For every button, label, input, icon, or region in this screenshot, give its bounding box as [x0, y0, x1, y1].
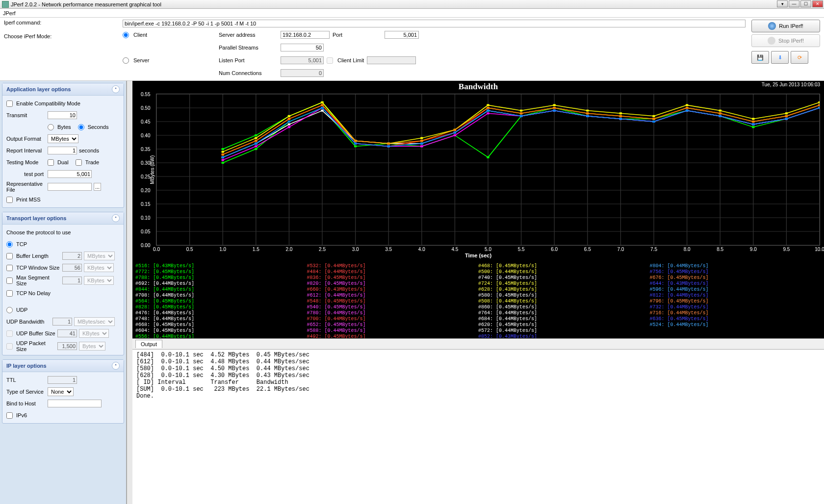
- legend-item: #596: [0.44MBytes/s]: [650, 287, 822, 293]
- label-choose-proto: Choose the protocol to use: [6, 229, 71, 235]
- checkbox-compat[interactable]: [6, 101, 13, 107]
- checkbox-trade[interactable]: [76, 159, 82, 166]
- rep-file-input[interactable]: [48, 183, 92, 191]
- label-iperf-command: Iperf command:: [4, 20, 41, 25]
- window-minimize-extra[interactable]: ▾: [777, 0, 788, 7]
- radio-seconds[interactable]: [78, 124, 84, 130]
- svg-rect-155: [487, 110, 489, 112]
- bind-input[interactable]: [48, 400, 102, 407]
- checkbox-ipv6[interactable]: [6, 412, 13, 419]
- port-input[interactable]: [385, 31, 419, 39]
- radio-tcp[interactable]: [6, 241, 13, 248]
- checkbox-udppkt: [6, 343, 13, 350]
- label-bytes: Bytes: [57, 124, 71, 130]
- window-title: JPerf 2.0.2 - Network performance measur…: [11, 1, 161, 7]
- run-iperf-button[interactable]: Run IPerf!: [751, 20, 820, 32]
- save-icon-button[interactable]: 💾: [751, 51, 769, 64]
- svg-rect-166: [222, 153, 224, 155]
- legend-item: #548: [0.45MBytes/s]: [307, 299, 479, 304]
- tos-select[interactable]: None: [48, 387, 74, 396]
- svg-rect-145: [785, 112, 788, 114]
- menubar[interactable]: JPerf: [0, 9, 824, 18]
- refresh-icon: ⟳: [798, 54, 802, 61]
- legend-item: #860: [0.45MBytes/s]: [478, 304, 650, 310]
- run-icon: [768, 22, 776, 30]
- svg-rect-110: [255, 145, 257, 147]
- legend-item: #500: [0.44MBytes/s]: [478, 269, 650, 275]
- svg-rect-167: [255, 140, 257, 142]
- legend-item: #684: [0.44MBytes/s]: [478, 316, 650, 322]
- output-tab[interactable]: Output: [135, 340, 162, 348]
- svg-rect-181: [719, 112, 721, 114]
- iperf-command-input[interactable]: [123, 20, 746, 27]
- checkbox-printmss[interactable]: [6, 197, 13, 203]
- sidebar-scrollbar[interactable]: [127, 81, 132, 504]
- svg-rect-56: [354, 145, 357, 147]
- radio-bytes[interactable]: [48, 124, 54, 130]
- svg-rect-117: [487, 112, 489, 114]
- svg-rect-169: [321, 104, 323, 106]
- output-text[interactable]: [484] 0.0-10.1 sec 4.52 MBytes 0.45 MByt…: [132, 350, 824, 504]
- svg-rect-150: [321, 107, 323, 109]
- label-tport: test port: [6, 171, 46, 177]
- label-tcp: TCP: [16, 241, 27, 247]
- radio-server[interactable]: [123, 57, 129, 64]
- legend-item: #564: [0.45MBytes/s]: [135, 299, 307, 304]
- menu-jperf[interactable]: JPerf: [3, 10, 16, 16]
- svg-rect-172: [420, 140, 423, 142]
- label-udpbw: UDP Bandwidth: [6, 319, 51, 325]
- label-transmit: Transmit: [6, 112, 46, 118]
- collapse-icon[interactable]: ˄: [112, 85, 120, 93]
- checkbox-maxseg[interactable]: [6, 277, 13, 284]
- collapse-icon[interactable]: ˄: [112, 214, 120, 222]
- client-limit-input: [367, 56, 416, 64]
- parallel-input[interactable]: [281, 44, 324, 51]
- panel-app-title: Application layer options: [6, 86, 71, 92]
- server-address-input[interactable]: [281, 31, 330, 39]
- transmit-input[interactable]: [48, 111, 77, 119]
- legend-item: #556: [0.44MBytes/s]: [135, 334, 307, 338]
- output-area: Output [484] 0.0-10.1 sec 4.52 MBytes 0.…: [132, 338, 824, 504]
- window-maximize[interactable]: ☐: [800, 0, 811, 7]
- legend-item: #612: [0.44MBytes/s]: [307, 293, 479, 299]
- checkbox-buflen[interactable]: [6, 253, 13, 259]
- browse-file-button[interactable]: ...: [94, 183, 101, 191]
- svg-rect-129: [255, 137, 257, 139]
- label-maxseg: Max Segment Size: [16, 275, 60, 286]
- checkbox-tcpwin[interactable]: [6, 265, 13, 271]
- chart-timestamp: Tue, 25 Jun 2013 10:06:03: [762, 82, 820, 87]
- label-udpbuf: UDP Buffer Size: [16, 330, 55, 336]
- collapse-icon[interactable]: ˄: [112, 362, 120, 370]
- checkbox-udpbuf: [6, 330, 13, 337]
- legend-item: #820: [0.45MBytes/s]: [307, 281, 479, 287]
- label-rint: Report Interval: [6, 148, 46, 153]
- label-seconds: Seconds: [88, 124, 109, 130]
- checkbox-dual[interactable]: [48, 159, 54, 166]
- svg-rect-68: [752, 126, 754, 128]
- top-controls: Iperf command: Choose iPerf Mode: Client…: [0, 18, 824, 81]
- test-port-input[interactable]: [48, 170, 92, 178]
- legend-item: #748: [0.44MBytes/s]: [135, 316, 307, 322]
- svg-rect-158: [586, 115, 589, 117]
- window-minimize[interactable]: —: [789, 0, 799, 7]
- chart-ylabel: MBytes (BW): [150, 155, 155, 184]
- legend-item: #572: [0.44MBytes/s]: [478, 328, 650, 334]
- legend-item: #772: [0.45MBytes/s]: [135, 269, 307, 275]
- label-listen-port: Listen Port: [219, 57, 278, 63]
- export-icon-button[interactable]: ⬇: [771, 51, 789, 64]
- output-format-select[interactable]: MBytes: [48, 134, 78, 143]
- legend-item: #468: [0.45MBytes/s]: [478, 263, 650, 269]
- window-close[interactable]: ✕: [812, 0, 823, 7]
- udppkt-unit: Bytes: [79, 342, 105, 351]
- refresh-icon-button[interactable]: ⟳: [791, 51, 808, 64]
- window-titlebar: JPerf 2.0.2 - Network performance measur…: [0, 0, 824, 9]
- checkbox-nodelay[interactable]: [6, 290, 13, 297]
- svg-rect-173: [454, 129, 456, 131]
- radio-udp[interactable]: [6, 307, 13, 313]
- svg-rect-171: [387, 143, 390, 145]
- stop-label: Stop IPerf!: [778, 38, 804, 44]
- legend-item: #828: [0.45MBytes/s]: [135, 304, 307, 310]
- radio-client[interactable]: [123, 32, 129, 38]
- report-interval-input[interactable]: [48, 147, 77, 154]
- label-nodelay: TCP No Delay: [16, 290, 51, 296]
